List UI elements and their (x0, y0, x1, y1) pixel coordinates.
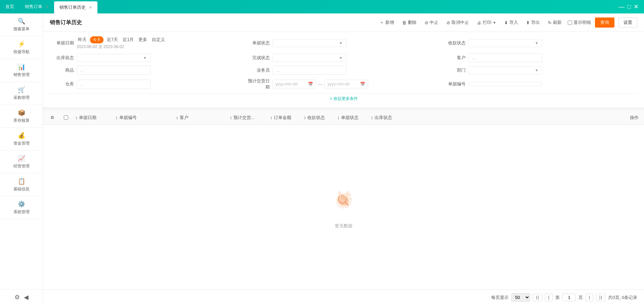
import-icon: ⬇ (504, 20, 508, 25)
date-1month[interactable]: 近1月 (121, 36, 135, 43)
customer-input[interactable]: ... (468, 53, 542, 62)
tab-sales-order[interactable]: 销售订单 ✕ (19, 0, 54, 13)
sidebar-item-operations-label: 经营管理 (13, 163, 30, 169)
system-icon: ⚙️ (18, 200, 25, 208)
tab-sales-order-close[interactable]: ✕ (46, 5, 49, 9)
first-page-button[interactable]: ⟨⟨ (533, 294, 542, 301)
complete-select[interactable]: ▼ (272, 54, 346, 62)
sidebar-item-purchase-label: 采购管理 (13, 95, 30, 101)
sidebar-item-inventory-label: 库存核算 (13, 118, 30, 123)
th-warehouse-status[interactable]: ↕ 出库状态 (368, 115, 402, 121)
show-detail-checkbox[interactable] (568, 21, 572, 25)
refresh-label: 刷新 (553, 20, 562, 26)
page-label-pre: 第 (555, 295, 560, 301)
sidebar-item-basic-info[interactable]: 📋 基础信息 (0, 174, 43, 196)
import-button[interactable]: ⬇ 导入 (502, 18, 520, 27)
last-page-button[interactable]: ⟩⟩ (596, 294, 605, 301)
order-no-input[interactable] (468, 82, 542, 86)
close-button[interactable]: ✕ (634, 3, 639, 10)
calendar-to-icon[interactable]: 📅 (360, 82, 365, 86)
th-date[interactable]: ↕ 单据日期 (73, 115, 113, 121)
date-from-input[interactable]: yyyy-mm-dd 📅 (272, 80, 316, 88)
date-to-input[interactable]: yyyy-mm-dd 📅 (325, 80, 368, 88)
setting-button[interactable]: 设置 (618, 17, 637, 28)
settings-icon[interactable]: ⚙ (50, 115, 54, 120)
date-from-placeholder: yyyy-mm-dd (275, 82, 297, 86)
receive-select[interactable]: ▼ (468, 39, 542, 47)
minimize-button[interactable]: — (618, 3, 625, 10)
sidebar-item-quicknav[interactable]: ⚡ 快捷导航 (0, 36, 43, 59)
export-button[interactable]: ⬆ 导出 (524, 18, 542, 27)
warehouse-out-label: 出库状态 (50, 55, 77, 61)
sidebar-item-finance[interactable]: 💰 资金管理 (0, 128, 43, 151)
calendar-from-icon[interactable]: 📅 (308, 82, 313, 86)
tab-sales-order-history-close[interactable]: ✕ (89, 5, 92, 10)
sidebar-item-inventory[interactable]: 📦 库存核算 (0, 105, 43, 128)
th-checkbox[interactable] (59, 115, 73, 120)
filter-area: 单据日期 昨天 今天 近7天 近1月 更多 自定义 2023-06-02 至 2… (43, 32, 644, 108)
date-custom[interactable]: 自定义 (151, 36, 166, 43)
goods-input[interactable]: ... (77, 66, 151, 75)
th-pay-status[interactable]: ↕ 收款状态 (301, 115, 335, 121)
date-more[interactable]: 更多 (137, 36, 148, 43)
sidebar-item-sales[interactable]: 📊 销售管理 (0, 59, 43, 82)
salesman-input[interactable]: ... (272, 66, 346, 75)
th-customer[interactable]: ↕ 客户 (173, 115, 227, 121)
delete-button[interactable]: 🗑 删除 (400, 18, 419, 27)
th-expected-sort: ↕ (230, 115, 232, 120)
sidebar-item-basic-info-label: 基础信息 (13, 186, 30, 192)
collapse-bar[interactable]: ∧ 收起更多条件 (50, 93, 637, 104)
delete-label: 删除 (408, 20, 417, 26)
date-quick-btns: 昨天 今天 近7天 近1月 更多 自定义 (77, 36, 166, 43)
tab-home[interactable]: 首页 (0, 0, 19, 13)
th-operation-text: 操作 (630, 115, 639, 121)
next-page-button[interactable]: ⟩ (586, 294, 593, 301)
warehouse-out-arrow: ▼ (143, 56, 147, 60)
tab-bar: 首页 销售订单 ✕ 销售订单历史 ✕ (0, 0, 618, 13)
page-label: 页 (578, 295, 583, 301)
department-select[interactable]: ▼ (468, 66, 542, 74)
th-sno[interactable]: ↕ 单据编号 (113, 115, 173, 121)
show-detail-checkbox-group[interactable]: 显示明细 (568, 20, 591, 26)
sidebar-item-search[interactable]: 🔍 搜索菜单 (0, 13, 43, 36)
th-order-text: 单据状态 (341, 115, 358, 121)
cancel-stop-button[interactable]: ⊘ 取消中止 (444, 18, 471, 27)
show-detail-label: 显示明细 (573, 20, 591, 26)
order-no-label: 单据编号 (441, 81, 468, 87)
status-arrow: ▼ (339, 41, 343, 45)
date-yesterday[interactable]: 昨天 (77, 36, 88, 43)
th-pay-text: 收款状态 (307, 115, 325, 121)
refresh-button[interactable]: ↻ 刷新 (546, 18, 564, 27)
sidebar-item-operations[interactable]: 📈 经营管理 (0, 151, 43, 174)
query-button[interactable]: 查询 (595, 17, 614, 28)
sidebar-settings-icon[interactable]: ⚙ (14, 294, 20, 301)
storage-input[interactable]: ... (77, 80, 151, 89)
warehouse-out-select[interactable]: ▼ (77, 54, 151, 62)
stop-label: 中止 (430, 20, 438, 26)
total-info: 共0页, 0条记录 (608, 295, 637, 301)
purchase-icon: 🛒 (18, 86, 25, 93)
th-order-status[interactable]: ↕ 单据状态 (335, 115, 368, 121)
sidebar-collapse-icon[interactable]: ◀ (24, 294, 29, 301)
th-settings[interactable]: ⚙ (46, 115, 59, 120)
complete-arrow: ▼ (339, 56, 343, 60)
page-header: 销售订单历史 ＋ 新增 🗑 删除 ⊘ 中止 ⊘ 取消中止 (43, 13, 644, 32)
date-today[interactable]: 今天 (90, 36, 103, 43)
select-all-checkbox[interactable] (64, 115, 68, 120)
th-expected[interactable]: ↕ 预计交货... (227, 115, 267, 121)
sidebar-item-system[interactable]: ⚙️ 系统管理 (0, 196, 43, 219)
stop-button[interactable]: ⊘ 中止 (423, 18, 440, 27)
maximize-button[interactable]: □ (627, 3, 631, 10)
th-amount[interactable]: ↕ 订单金额 (267, 115, 301, 121)
page-input[interactable] (562, 294, 576, 301)
per-page-select[interactable]: 50 100 200 (511, 293, 530, 302)
status-select[interactable]: ▼ (272, 39, 346, 47)
print-button[interactable]: 🖨 打印 ▼ (475, 18, 498, 27)
top-bar: 首页 销售订单 ✕ 销售订单历史 ✕ — □ ✕ (0, 0, 644, 13)
date-7days[interactable]: 近7天 (105, 36, 119, 43)
prev-page-button[interactable]: ⟨ (545, 294, 553, 301)
sidebar-item-purchase[interactable]: 🛒 采购管理 (0, 82, 43, 105)
customer-label: 客户 (441, 55, 468, 61)
tab-sales-order-history[interactable]: 销售订单历史 ✕ (54, 1, 97, 13)
new-button[interactable]: ＋ 新增 (378, 18, 396, 27)
